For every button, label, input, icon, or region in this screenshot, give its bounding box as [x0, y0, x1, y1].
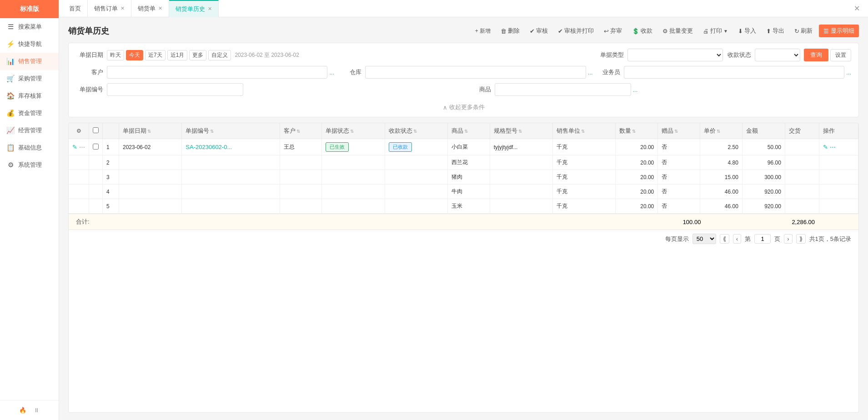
row-settings[interactable] [69, 199, 89, 214]
sidebar-item-system-mgmt[interactable]: ⚙ 系统管理 [0, 156, 59, 174]
customer-dots[interactable]: ... [329, 69, 334, 76]
row-doc-no[interactable] [182, 185, 280, 199]
new-button[interactable]: + 新增 [472, 25, 494, 37]
import-button[interactable]: ⬇ 导入 [734, 25, 760, 37]
row-checkbox[interactable] [93, 144, 99, 150]
delete-button[interactable]: 🗑 删除 [497, 25, 523, 37]
select-all-checkbox[interactable] [93, 127, 99, 133]
fire-icon[interactable]: 🔥 [19, 407, 26, 414]
row-doc-no[interactable] [182, 199, 280, 214]
next-page-btn[interactable]: › [784, 234, 792, 244]
collect-button[interactable]: 💲 收款 [628, 25, 656, 37]
row-customer: 王总 [280, 139, 322, 155]
row-settings[interactable]: ✎⋯ [69, 139, 89, 155]
first-page-btn[interactable]: ⟪ [720, 234, 729, 244]
col-qty[interactable]: 数量⇅ [616, 123, 658, 139]
edit-link[interactable]: ✎ [823, 144, 828, 150]
date-custom-btn[interactable]: 自定义 [208, 50, 231, 60]
date-today-btn[interactable]: 今天 [126, 50, 143, 60]
show-detail-button[interactable]: ☰ 显示明细 [819, 25, 859, 37]
tab-sales-delivery[interactable]: 销货单 ✕ [131, 0, 169, 17]
pause-icon[interactable]: ⏸ [34, 407, 40, 414]
date-more-btn[interactable]: 更多 [189, 50, 206, 60]
sidebar-item-stock-calc[interactable]: 🏠 库存核算 [0, 87, 59, 105]
sidebar-item-search-menu[interactable]: ☰ 搜索菜单 [0, 18, 59, 35]
col-doc-status[interactable]: 单据状态⇅ [322, 123, 385, 139]
customer-input[interactable] [107, 66, 327, 79]
row-doc-no[interactable]: SA-20230602-0... [182, 139, 280, 155]
tab-sales-history[interactable]: 销货单历史 ✕ [169, 0, 219, 17]
table-row: ✎⋯12023-06-02SA-20230602-0...王总已生效已收款小白菜… [69, 139, 858, 155]
row-settings[interactable] [69, 155, 89, 170]
row-doc-no[interactable] [182, 155, 280, 170]
col-doc-no[interactable]: 单据编号⇅ [182, 123, 280, 139]
more-link[interactable]: ⋯ [830, 144, 836, 150]
col-gift[interactable]: 赠品⇅ [658, 123, 700, 139]
col-spec[interactable]: 规格型号⇅ [490, 123, 552, 139]
col-collect-status[interactable]: 收款状态⇅ [385, 123, 447, 139]
doc-no-input[interactable] [107, 83, 243, 96]
salesperson-input[interactable] [624, 66, 844, 79]
warehouse-input[interactable] [365, 66, 586, 79]
close-sales-order-tab[interactable]: ✕ [120, 5, 125, 11]
audit-print-button[interactable]: ✔ 审核并打印 [554, 25, 597, 37]
col-unit[interactable]: 销售单位⇅ [553, 123, 616, 139]
close-all-tabs-btn[interactable]: ✕ [849, 4, 864, 13]
collapse-icon: ∧ [443, 104, 447, 111]
page-size-select[interactable]: 50 100 200 [692, 234, 716, 244]
sidebar-item-fund-mgmt[interactable]: 💰 资金管理 [0, 105, 59, 122]
row-amount: 96.00 [742, 155, 785, 170]
sidebar-item-label: 系统管理 [18, 161, 42, 169]
abandon-button[interactable]: ↩ 弃审 [600, 25, 626, 37]
tab-home[interactable]: 首页 [63, 0, 88, 17]
row-date [119, 199, 182, 214]
goods-dots[interactable]: ... [633, 86, 638, 93]
sidebar-item-sales-mgmt[interactable]: 📊 销售管理 [0, 53, 59, 70]
col-settings[interactable]: ⚙ [69, 123, 89, 139]
date-1month-btn[interactable]: 近1月 [167, 50, 188, 60]
refresh-button[interactable]: ↻ 刷新 [791, 25, 816, 37]
sidebar-item-quick-nav[interactable]: ⚡ 快捷导航 [0, 35, 59, 53]
batch-change-button[interactable]: ⚙ 批量变更 [659, 25, 697, 37]
table-footer: 合计: 100.00 2,286.00 [69, 214, 858, 230]
audit-button[interactable]: ✔ 审核 [526, 25, 552, 37]
settings-button[interactable]: 设置 [830, 49, 851, 61]
sidebar-item-basic-info[interactable]: 📋 基础信息 [0, 139, 59, 156]
collapse-row[interactable]: ∧ 收起更多条件 [76, 100, 851, 111]
row-settings[interactable] [69, 170, 89, 185]
delete-icon: 🗑 [501, 28, 507, 35]
tab-sales-order[interactable]: 销售订单 ✕ [88, 0, 131, 17]
doc-type-select[interactable] [627, 49, 723, 61]
col-goods[interactable]: 商品⇅ [447, 123, 490, 139]
warehouse-dots[interactable]: ... [588, 69, 593, 76]
date-7days-btn[interactable]: 近7天 [145, 50, 166, 60]
sidebar-item-operation-mgmt[interactable]: 📈 经营管理 [0, 122, 59, 139]
filter-group-warehouse: 仓库 ... [334, 66, 592, 79]
date-yesterday-btn[interactable]: 昨天 [107, 50, 124, 60]
export-button[interactable]: ⬆ 导出 [763, 25, 788, 37]
goods-input[interactable] [495, 83, 631, 96]
row-doc-no[interactable] [182, 170, 280, 185]
salesperson-dots[interactable]: ... [846, 69, 851, 76]
page-input[interactable] [754, 234, 771, 244]
close-sales-delivery-tab[interactable]: ✕ [158, 5, 162, 11]
doc-no-link[interactable]: SA-20230602-0... [186, 144, 232, 150]
row-date: 2023-06-02 [119, 139, 182, 155]
refresh-icon: ↻ [794, 28, 799, 35]
collect-status-select[interactable] [755, 49, 800, 61]
prev-page-btn[interactable]: ‹ [733, 234, 741, 244]
query-button[interactable]: 查询 [804, 49, 828, 61]
close-sales-history-tab[interactable]: ✕ [208, 6, 212, 12]
sidebar-item-purchase-mgmt[interactable]: 🛒 采购管理 [0, 70, 59, 87]
col-customer[interactable]: 客户⇅ [280, 123, 322, 139]
col-date[interactable]: 单据日期⇅ [119, 123, 182, 139]
row-qty: 20.00 [616, 170, 658, 185]
last-page-btn[interactable]: ⟫ [796, 234, 806, 244]
row-no: 2 [103, 155, 119, 170]
total-info: 共1页，5条记录 [809, 235, 851, 243]
col-unit-price[interactable]: 单价⇅ [700, 123, 743, 139]
print-button[interactable]: 🖨 打印 ▼ [699, 25, 732, 37]
sidebar-item-label: 基础信息 [18, 144, 42, 152]
row-settings[interactable] [69, 185, 89, 199]
filter-row-3: 单据编号 商品 ... [76, 83, 851, 96]
